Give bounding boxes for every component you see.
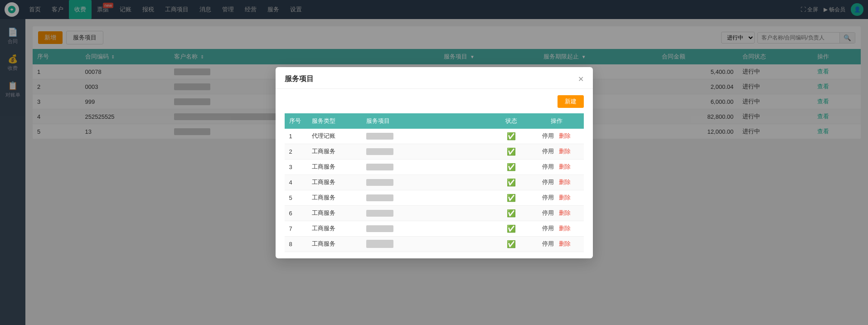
modal-th-type: 服务类型 <box>307 113 362 129</box>
status-check-icon: ✅ <box>507 148 516 155</box>
modal-table-row: 2 工商服务 ████ ✅ 停用 删除 <box>285 144 584 159</box>
stop-btn[interactable]: 停用 <box>542 132 554 139</box>
delete-btn[interactable]: 删除 <box>559 179 571 185</box>
modal-cell-actions: 停用 删除 <box>529 190 584 205</box>
modal-table-row: 5 工商服务 ████ ✅ 停用 删除 <box>285 190 584 205</box>
modal-table-row: 3 工商服务 ████ ✅ 停用 删除 <box>285 159 584 175</box>
stop-btn[interactable]: 停用 <box>542 194 554 201</box>
modal-cell-item: ████ <box>362 144 493 159</box>
modal-cell-index: 2 <box>285 144 307 159</box>
service-modal: 服务项目 ✕ 新建 序号 服务类型 服务项目 状态 操作 <box>276 67 593 258</box>
modal-th-action: 操作 <box>529 113 584 129</box>
status-check-icon: ✅ <box>507 209 516 217</box>
modal-cell-actions: 停用 删除 <box>529 144 584 159</box>
modal-cell-item: ██ <box>362 175 493 190</box>
modal-cell-item: ██████ <box>362 205 493 221</box>
modal-cell-index: 5 <box>285 190 307 205</box>
modal-scroll-area[interactable]: 序号 服务类型 服务项目 状态 操作 1 代理记账 ██1 ✅ 停用 删除 2 <box>285 113 584 252</box>
modal-title: 服务项目 <box>285 74 314 84</box>
modal-table: 序号 服务类型 服务项目 状态 操作 1 代理记账 ██1 ✅ 停用 删除 2 <box>285 113 584 252</box>
modal-cell-actions: 停用 删除 <box>529 236 584 252</box>
modal-overlay[interactable]: 服务项目 ✕ 新建 序号 服务类型 服务项目 状态 操作 <box>0 0 868 325</box>
modal-cell-item: ████ <box>362 221 493 236</box>
modal-table-row: 1 代理记账 ██1 ✅ 停用 删除 <box>285 129 584 144</box>
modal-new-btn[interactable]: 新建 <box>558 95 584 108</box>
modal-toolbar: 新建 <box>285 95 584 108</box>
delete-btn[interactable]: 删除 <box>559 132 571 139</box>
stop-btn[interactable]: 停用 <box>542 209 554 216</box>
modal-cell-index: 3 <box>285 159 307 175</box>
stop-btn[interactable]: 停用 <box>542 148 554 155</box>
modal-header: 服务项目 ✕ <box>276 67 593 89</box>
delete-btn[interactable]: 删除 <box>559 225 571 232</box>
modal-table-row: 4 工商服务 ██ ✅ 停用 删除 <box>285 175 584 190</box>
modal-cell-type: 工商服务 <box>307 175 362 190</box>
modal-cell-status: ✅ <box>493 144 529 159</box>
delete-btn[interactable]: 删除 <box>559 209 571 216</box>
modal-cell-index: 6 <box>285 205 307 221</box>
modal-table-row: 6 工商服务 ██████ ✅ 停用 删除 <box>285 205 584 221</box>
modal-cell-item: ████ <box>362 159 493 175</box>
modal-cell-type: 工商服务 <box>307 236 362 252</box>
modal-cell-index: 4 <box>285 175 307 190</box>
stop-btn[interactable]: 停用 <box>542 240 554 247</box>
modal-cell-type: 工商服务 <box>307 159 362 175</box>
modal-th-status: 状态 <box>493 113 529 129</box>
status-check-icon: ✅ <box>507 132 516 140</box>
delete-btn[interactable]: 删除 <box>559 194 571 201</box>
modal-cell-status: ✅ <box>493 221 529 236</box>
modal-cell-item: ████ <box>362 190 493 205</box>
modal-cell-status: ✅ <box>493 236 529 252</box>
status-check-icon: ✅ <box>507 163 516 171</box>
modal-close-btn[interactable]: ✕ <box>578 75 584 83</box>
modal-cell-type: 工商服务 <box>307 221 362 236</box>
modal-cell-index: 8 <box>285 236 307 252</box>
modal-cell-actions: 停用 删除 <box>529 221 584 236</box>
modal-cell-status: ✅ <box>493 175 529 190</box>
modal-table-row: 8 工商服务 ██注册 ✅ 停用 删除 <box>285 236 584 252</box>
status-check-icon: ✅ <box>507 179 516 186</box>
status-check-icon: ✅ <box>507 225 516 233</box>
modal-cell-status: ✅ <box>493 159 529 175</box>
modal-cell-type: 代理记账 <box>307 129 362 144</box>
modal-cell-type: 工商服务 <box>307 190 362 205</box>
modal-th-item: 服务项目 <box>362 113 493 129</box>
delete-btn[interactable]: 删除 <box>559 240 571 247</box>
modal-cell-type: 工商服务 <box>307 144 362 159</box>
status-check-icon: ✅ <box>507 194 516 202</box>
modal-body: 新建 序号 服务类型 服务项目 状态 操作 1 代理记账 <box>276 89 593 258</box>
modal-cell-actions: 停用 删除 <box>529 205 584 221</box>
modal-cell-item: ██注册 <box>362 236 493 252</box>
modal-cell-index: 7 <box>285 221 307 236</box>
modal-cell-type: 工商服务 <box>307 205 362 221</box>
modal-cell-actions: 停用 删除 <box>529 175 584 190</box>
modal-table-row: 7 工商服务 ████ ✅ 停用 删除 <box>285 221 584 236</box>
status-check-icon: ✅ <box>507 240 516 248</box>
stop-btn[interactable]: 停用 <box>542 179 554 185</box>
modal-cell-status: ✅ <box>493 129 529 144</box>
delete-btn[interactable]: 删除 <box>559 148 571 155</box>
modal-cell-item: ██1 <box>362 129 493 144</box>
modal-cell-status: ✅ <box>493 190 529 205</box>
modal-cell-index: 1 <box>285 129 307 144</box>
delete-btn[interactable]: 删除 <box>559 163 571 170</box>
modal-cell-actions: 停用 删除 <box>529 129 584 144</box>
modal-cell-status: ✅ <box>493 205 529 221</box>
modal-cell-actions: 停用 删除 <box>529 159 584 175</box>
stop-btn[interactable]: 停用 <box>542 163 554 170</box>
stop-btn[interactable]: 停用 <box>542 225 554 232</box>
modal-th-index: 序号 <box>285 113 307 129</box>
